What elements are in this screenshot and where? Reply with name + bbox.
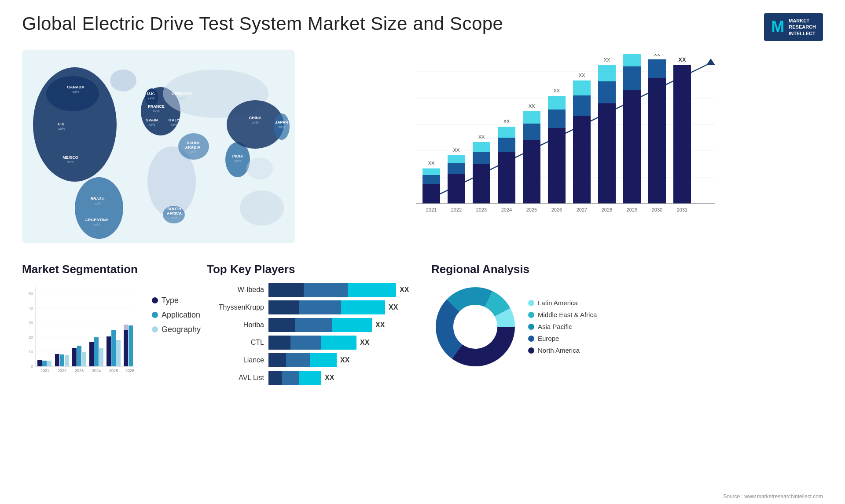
svg-text:XX: XX — [478, 134, 485, 139]
legend-type-label: Type — [162, 296, 179, 305]
player-bar-container-3: XX — [268, 318, 385, 332]
svg-rect-91 — [598, 103, 616, 204]
player-bar-container-1: XX — [268, 283, 409, 297]
svg-rect-68 — [473, 142, 490, 152]
svg-point-2 — [46, 76, 99, 111]
list-item: AVL List XX — [207, 371, 418, 385]
svg-text:FRANCE: FRANCE — [148, 104, 165, 109]
svg-text:MEXICO: MEXICO — [62, 155, 78, 160]
svg-text:2029: 2029 — [627, 207, 637, 212]
svg-text:2026: 2026 — [125, 369, 134, 373]
svg-rect-87 — [573, 95, 591, 116]
svg-text:2022: 2022 — [58, 369, 66, 373]
legend-geography-dot — [152, 326, 158, 332]
bar-segment-dark — [268, 353, 286, 367]
svg-point-14 — [240, 190, 284, 226]
regional-dot-europe — [528, 336, 534, 342]
player-bar-6 — [268, 371, 321, 385]
svg-point-151 — [454, 306, 496, 348]
svg-text:xx%: xx% — [94, 201, 101, 205]
svg-text:xx%: xx% — [93, 223, 100, 226]
legend-application-label: Application — [162, 310, 200, 320]
player-name-4: CTL — [207, 339, 264, 347]
list-item: ThyssenKrupp XX — [207, 300, 418, 314]
svg-rect-123 — [42, 361, 47, 366]
svg-text:BRAZIL: BRAZIL — [91, 197, 105, 201]
svg-rect-63 — [448, 155, 465, 163]
svg-text:xx%: xx% — [171, 216, 177, 220]
svg-text:2031: 2031 — [677, 207, 687, 212]
regional-legend-apac: Asia Pacific — [528, 323, 597, 330]
svg-rect-136 — [99, 348, 103, 366]
bar-segment-mid — [295, 318, 332, 332]
svg-rect-96 — [623, 90, 641, 204]
svg-text:AFRICA: AFRICA — [167, 211, 182, 215]
svg-text:xx%: xx% — [153, 109, 159, 113]
svg-text:30: 30 — [29, 321, 33, 325]
bar-segment-dark — [268, 336, 290, 350]
legend-application-dot — [152, 312, 158, 318]
svg-rect-77 — [523, 124, 540, 140]
svg-point-4 — [75, 177, 123, 239]
svg-text:xx%: xx% — [72, 90, 79, 94]
player-value-5: XX — [340, 356, 349, 364]
svg-rect-92 — [598, 81, 616, 103]
regional-legend-europe: Europe — [528, 335, 597, 342]
svg-text:U.S.: U.S. — [58, 122, 66, 126]
svg-text:xx%: xx% — [252, 121, 258, 124]
regional-label-europe: Europe — [538, 335, 559, 342]
svg-rect-98 — [623, 54, 641, 66]
svg-text:XX: XX — [453, 147, 460, 153]
player-name-2: ThyssenKrupp — [207, 303, 264, 311]
donut-area: Latin America Middle East & Africa Asia … — [431, 283, 651, 371]
bar-segment-light — [310, 353, 337, 367]
svg-text:xx%: xx% — [148, 123, 155, 127]
regional-label-na: North America — [538, 347, 580, 354]
players-list: W-Ibeda XX ThyssenKrupp — [207, 283, 418, 385]
bar-segment-dark — [268, 371, 282, 385]
svg-text:2028: 2028 — [602, 207, 612, 212]
svg-text:xx%: xx% — [178, 96, 185, 100]
svg-rect-81 — [548, 128, 566, 204]
bar-segment-mid — [304, 283, 348, 297]
bar-segment-mid — [290, 336, 321, 350]
svg-rect-101 — [648, 78, 666, 204]
bar-segment-mid — [299, 300, 341, 314]
header: Global Electric Drive Test System Market… — [22, 13, 823, 41]
player-name-5: Liance — [207, 356, 264, 364]
svg-text:2021: 2021 — [426, 207, 437, 212]
svg-text:xx%: xx% — [58, 127, 65, 131]
svg-text:10: 10 — [29, 350, 33, 354]
player-bar-2 — [268, 300, 385, 314]
svg-text:2021: 2021 — [40, 369, 49, 373]
svg-marker-55 — [706, 58, 715, 65]
svg-text:2023: 2023 — [75, 369, 84, 373]
regional-label-apac: Asia Pacific — [538, 323, 572, 330]
svg-text:XX: XX — [678, 56, 686, 63]
seg-legend: Type Application Geography — [152, 296, 201, 334]
svg-rect-102 — [648, 59, 666, 78]
seg-chart-container: 0 10 20 30 40 50 2021 — [22, 283, 136, 386]
svg-text:40: 40 — [29, 306, 33, 310]
svg-text:CANADA: CANADA — [67, 85, 84, 89]
bar-segment-light — [321, 336, 356, 350]
svg-text:xx%: xx% — [170, 123, 177, 127]
player-name-3: Horiba — [207, 321, 264, 329]
svg-text:JAPAN: JAPAN — [275, 120, 288, 124]
svg-text:2027: 2027 — [577, 207, 587, 212]
seg-chart-svg: 0 10 20 30 40 50 2021 — [22, 283, 136, 384]
svg-rect-56 — [422, 184, 440, 204]
segmentation-content: 0 10 20 30 40 50 2021 — [22, 283, 194, 386]
svg-rect-122 — [37, 360, 42, 366]
svg-text:XX: XX — [554, 88, 560, 93]
player-value-6: XX — [325, 374, 334, 382]
player-bar-5 — [268, 353, 337, 367]
svg-text:ARGENTINA: ARGENTINA — [85, 218, 109, 222]
regional-legend-latin: Latin America — [528, 299, 597, 307]
svg-rect-83 — [548, 96, 566, 110]
svg-rect-127 — [60, 354, 64, 366]
bar-segment-dark — [268, 318, 295, 332]
player-bar-container-6: XX — [268, 371, 334, 385]
svg-rect-128 — [65, 355, 69, 366]
svg-rect-67 — [473, 152, 490, 164]
